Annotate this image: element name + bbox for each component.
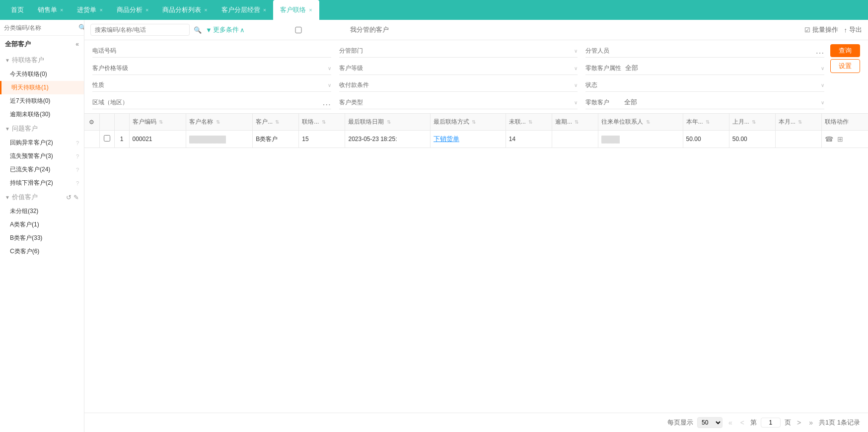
sidebar-item-lost[interactable]: 已流失客户(24) ? xyxy=(0,163,84,176)
filter-row-4: 区域（地区） … 客户类型 ∨ 零散客户 全部 xyxy=(92,96,824,109)
set-button[interactable]: 设置 xyxy=(830,59,860,73)
filter-area-label: 区域（地区） xyxy=(92,98,128,107)
batch-op-button[interactable]: ☑ 批量操作 xyxy=(804,25,838,34)
sidebar-search-icon[interactable]: 🔍 xyxy=(78,24,84,31)
col-uncontact[interactable]: 未联... ⇅ xyxy=(506,114,552,131)
first-page-button[interactable]: « xyxy=(726,419,734,427)
nav-customer-ops[interactable]: 客户分层经营 × xyxy=(215,0,273,20)
query-button[interactable]: 查询 xyxy=(830,44,860,57)
grid-action-icon[interactable]: ⊞ xyxy=(837,135,843,143)
col-name[interactable]: 客户名称 ⇅ xyxy=(186,114,253,131)
row-checkbox-cell[interactable] xyxy=(99,131,114,148)
filter-dept: 分管部门 ∨ xyxy=(339,45,578,58)
page-size-select[interactable]: 10 20 50 100 xyxy=(697,417,723,428)
nav-analysis-list[interactable]: 商品分析列表 × xyxy=(155,0,214,20)
filter-retail-customer-label: 零散客户 xyxy=(585,98,620,107)
search-input[interactable] xyxy=(90,24,190,36)
row-code[interactable]: 000021 xyxy=(129,131,186,148)
export-button[interactable]: ↑ 导出 xyxy=(844,25,863,34)
table-row: 1 000021 ████████ B类客户 15 2023-05-23 18:… xyxy=(84,131,868,148)
filter-retail-customer: 零散客户 全部 ∨ xyxy=(585,96,824,109)
sidebar-item-unclassified[interactable]: 未分组(32) xyxy=(0,205,84,218)
col-last-date[interactable]: 最后联络日期 ⇅ xyxy=(345,114,431,131)
col-unit-contact[interactable]: 往来单位联系人 ⇅ xyxy=(598,114,683,131)
last-page-button[interactable]: » xyxy=(807,419,815,427)
prev-page-button[interactable]: < xyxy=(738,419,746,427)
chevron-up-icon: ∧ xyxy=(240,26,245,34)
more-filter-button[interactable]: ▼ 更多条件 ∧ xyxy=(206,25,245,34)
nav-home[interactable]: 首页 xyxy=(4,0,31,20)
sort-icon: ⇅ xyxy=(159,119,163,125)
sidebar-item-overdue[interactable]: 逾期未联络(30) xyxy=(0,108,84,121)
col-this-month[interactable]: 本月... ⇅ xyxy=(775,114,821,131)
next-page-button[interactable]: > xyxy=(795,419,803,427)
filter-action-btns: 查询 设置 xyxy=(824,44,860,109)
sort-icon: ⇅ xyxy=(752,119,756,125)
sidebar-item-c-class[interactable]: C类客户(6) xyxy=(0,245,84,258)
close-purchase-tab[interactable]: × xyxy=(99,7,102,13)
close-analysis-tab[interactable]: × xyxy=(145,7,148,13)
col-last-way[interactable]: 最后联络方式 ⇅ xyxy=(430,114,506,131)
filter-phone-input[interactable] xyxy=(131,47,331,54)
col-setting[interactable]: ⚙ xyxy=(84,114,99,131)
filter-price-input[interactable] xyxy=(132,65,328,72)
help-icon: ? xyxy=(76,153,79,159)
refresh-icon[interactable]: ↺ xyxy=(66,194,72,201)
nav-purchase[interactable]: 进货单 × xyxy=(70,0,109,20)
close-sales-tab[interactable]: × xyxy=(60,7,63,13)
filter-customer-level: 客户等级 ∨ xyxy=(339,62,578,75)
sidebar-item-b-class[interactable]: B类客户(33) xyxy=(0,231,84,245)
area-more-icon[interactable]: … xyxy=(322,98,331,107)
top-nav: 首页 销售单 × 进货单 × 商品分析 × 商品分析列表 × 客户分层经营 × … xyxy=(0,0,868,20)
sidebar-search-area: 🔍 xyxy=(0,20,84,36)
row-last-way[interactable]: 下销货单 xyxy=(430,131,506,148)
page-input[interactable] xyxy=(761,418,781,428)
sidebar-item-today[interactable]: 今天待联络(0) xyxy=(0,68,84,81)
table-header-row: ⚙ 客户编码 ⇅ 客户名称 ⇅ 客户... ⇅ 联络... ⇅ 最后联络日期 ⇅… xyxy=(84,114,868,131)
col-type[interactable]: 客户... ⇅ xyxy=(253,114,299,131)
nav-sales[interactable]: 销售单 × xyxy=(31,0,70,20)
row-checkbox[interactable] xyxy=(104,135,110,142)
retail-dropdown-arrow-icon[interactable]: ∨ xyxy=(821,66,824,71)
filter-area-input[interactable] xyxy=(132,99,320,106)
col-this-year[interactable]: 本年... ⇅ xyxy=(683,114,729,131)
sidebar-item-declining[interactable]: 持续下滑客户(2) ? xyxy=(0,176,84,190)
row-name[interactable]: ████████ xyxy=(186,131,253,148)
filter-nature-input[interactable] xyxy=(131,82,328,89)
filter-status-input[interactable] xyxy=(624,82,821,89)
filter-dept-input[interactable] xyxy=(378,47,575,54)
filter-dept-select[interactable]: ∨ xyxy=(378,47,578,54)
col-last-month[interactable]: 上月... ⇅ xyxy=(729,114,775,131)
col-overdue[interactable]: 逾期... ⇅ xyxy=(552,114,598,131)
sidebar-item-tomorrow[interactable]: 明天待联络(1) xyxy=(0,81,84,94)
col-action: 联络动作 xyxy=(822,114,868,131)
phone-action-icon[interactable]: ☎ xyxy=(825,135,833,143)
sidebar-all-customers[interactable]: 全部客户 « xyxy=(0,36,84,53)
filter-ctype-input[interactable] xyxy=(378,99,575,106)
nav-customer-contact[interactable]: 客户联络 × xyxy=(273,0,319,20)
sidebar-section-pending[interactable]: ▼ 待联络客户 xyxy=(0,53,84,68)
edit-icon[interactable]: ✎ xyxy=(73,194,79,201)
sidebar-item-abnormal[interactable]: 回购异常客户(2) ? xyxy=(0,136,84,149)
close-customer-contact-tab[interactable]: × xyxy=(309,7,312,13)
nav-analysis[interactable]: 商品分析 × xyxy=(110,0,155,20)
filter-manager-input[interactable] xyxy=(624,47,813,54)
col-contact[interactable]: 联络... ⇅ xyxy=(299,114,345,131)
manager-more-icon[interactable]: … xyxy=(815,46,824,55)
sidebar-search-input[interactable] xyxy=(4,24,78,31)
sidebar-collapse-btn[interactable]: « xyxy=(75,41,79,48)
search-button[interactable]: 🔍 xyxy=(194,26,202,34)
close-analysis-list-tab[interactable]: × xyxy=(204,7,207,13)
close-customer-ops-tab[interactable]: × xyxy=(263,7,266,13)
my-customers-checkbox[interactable] xyxy=(249,27,348,33)
filter-payment-input[interactable] xyxy=(378,82,575,89)
sidebar-section-problem[interactable]: ▼ 问题客户 xyxy=(0,121,84,136)
col-code[interactable]: 客户编码 ⇅ xyxy=(129,114,186,131)
sidebar-item-7days[interactable]: 近7天待联络(0) xyxy=(0,94,84,108)
retail-customer-dropdown-icon[interactable]: ∨ xyxy=(821,100,824,105)
my-customers-checkbox-label[interactable]: 我分管的客户 xyxy=(249,25,389,34)
sidebar-item-a-class[interactable]: A类客户(1) xyxy=(0,218,84,231)
filter-clevel-input[interactable] xyxy=(378,65,575,72)
last-way-link[interactable]: 下销货单 xyxy=(434,135,459,143)
sidebar-item-warning[interactable]: 流失预警客户(3) ? xyxy=(0,149,84,163)
